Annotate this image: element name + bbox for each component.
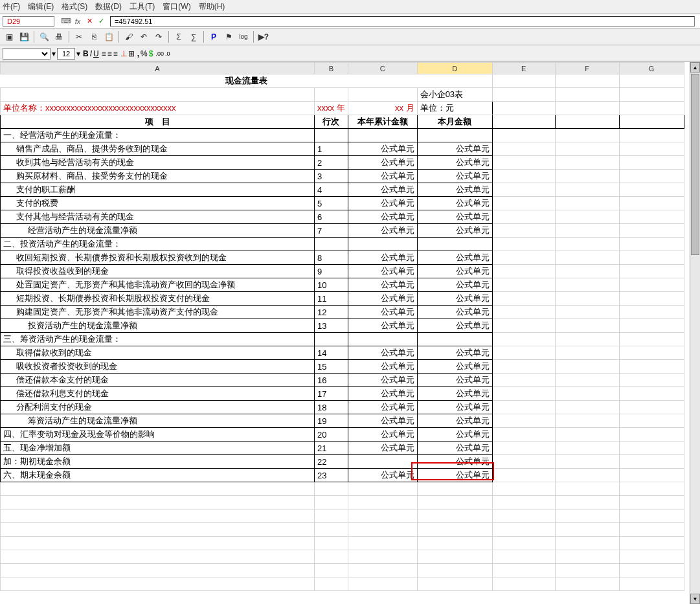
cell[interactable] (555, 577, 619, 591)
cell[interactable] (555, 346, 619, 360)
item-label[interactable]: 收回短期投资、长期债券投资和长期股权投资收到的现金 (1, 251, 315, 265)
cell[interactable] (619, 455, 684, 469)
cell[interactable] (555, 129, 619, 142)
item-label[interactable]: 取得借款收到的现金 (1, 346, 315, 360)
cell[interactable] (492, 129, 555, 142)
cell[interactable] (417, 523, 492, 537)
cell[interactable] (348, 88, 417, 102)
cell[interactable] (619, 509, 684, 523)
col-header-G[interactable]: G (619, 63, 684, 74)
cell[interactable] (555, 537, 619, 550)
month-amount[interactable]: 公式单元 (417, 469, 492, 482)
cell[interactable] (315, 550, 348, 564)
cell[interactable] (555, 210, 619, 224)
item-label[interactable]: 一、经营活动产生的现金流量： (1, 129, 315, 142)
cell[interactable] (619, 292, 684, 306)
month-amount[interactable]: 公式单元 (417, 306, 492, 319)
item-label[interactable]: 吸收投资者投资收到的现金 (1, 360, 315, 374)
cell[interactable] (555, 401, 619, 414)
preview-icon[interactable]: 🔍 (38, 30, 51, 43)
header-line[interactable]: 行次 (315, 115, 348, 129)
sum-icon[interactable]: Σ (172, 30, 185, 43)
keyboard-icon[interactable]: ⌨ (61, 16, 71, 27)
cell[interactable] (348, 509, 417, 523)
ytd-amount[interactable]: 公式单元 (348, 346, 417, 360)
cell[interactable] (492, 387, 555, 401)
cell[interactable] (555, 374, 619, 387)
cell[interactable] (417, 537, 492, 550)
cell[interactable] (492, 210, 555, 224)
header-item[interactable]: 项 目 (1, 115, 315, 129)
item-label[interactable]: 六、期末现金余额 (1, 469, 315, 482)
cell[interactable] (619, 564, 684, 577)
cell[interactable] (619, 401, 684, 414)
cell[interactable] (619, 306, 684, 319)
item-label[interactable]: 筹资活动产生的现金流量净额 (1, 414, 315, 428)
line-number[interactable]: 11 (315, 292, 348, 306)
cell[interactable] (492, 292, 555, 306)
comma-icon[interactable]: , (137, 49, 139, 58)
cell[interactable] (492, 442, 555, 455)
month-amount[interactable]: 公式单元 (417, 156, 492, 170)
month-amount[interactable] (417, 333, 492, 346)
brush-icon[interactable]: 🖌 (122, 30, 135, 43)
item-label[interactable]: 经营活动产生的现金流量净额 (1, 224, 315, 238)
cell[interactable] (348, 496, 417, 509)
cell[interactable] (619, 333, 684, 346)
cell[interactable] (555, 142, 619, 156)
toggle-icon[interactable]: ▣ (3, 30, 16, 43)
cell[interactable] (555, 115, 619, 129)
month-amount[interactable]: 公式单元 (417, 265, 492, 278)
cell[interactable] (492, 224, 555, 238)
col-header-F[interactable]: F (555, 63, 619, 74)
cell[interactable] (555, 102, 619, 115)
month-amount[interactable]: 公式单元 (417, 292, 492, 306)
percent-icon[interactable]: % (141, 49, 148, 58)
col-header-D[interactable]: D (417, 63, 492, 74)
font-dropdown-icon[interactable]: ▾ (52, 49, 56, 58)
cell[interactable] (492, 550, 555, 564)
item-label[interactable]: 支付其他与经营活动有关的现金 (1, 210, 315, 224)
cell[interactable] (555, 496, 619, 509)
item-label[interactable]: 购建固定资产、无形资产和其他非流动资产支付的现金 (1, 306, 315, 319)
line-number[interactable]: 17 (315, 387, 348, 401)
cell[interactable] (348, 564, 417, 577)
ytd-amount[interactable] (348, 238, 417, 251)
cell[interactable] (555, 360, 619, 374)
cell[interactable] (619, 224, 684, 238)
scroll-down-icon[interactable]: ▼ (690, 594, 700, 604)
line-number[interactable]: 3 (315, 170, 348, 183)
item-label[interactable]: 收到其他与经营活动有关的现金 (1, 156, 315, 170)
ytd-amount[interactable]: 公式单元 (348, 414, 417, 428)
item-label[interactable]: 偿还借款利息支付的现金 (1, 387, 315, 401)
cell[interactable] (315, 509, 348, 523)
ytd-amount[interactable]: 公式单元 (348, 210, 417, 224)
cell[interactable] (619, 210, 684, 224)
cell[interactable] (555, 564, 619, 577)
font-select[interactable] (3, 48, 51, 60)
item-label[interactable]: 支付的税费 (1, 197, 315, 210)
ytd-amount[interactable] (348, 455, 417, 469)
flag-icon[interactable]: ⚑ (222, 30, 235, 43)
cell[interactable] (1, 88, 315, 102)
line-number[interactable]: 9 (315, 265, 348, 278)
ytd-amount[interactable]: 公式单元 (348, 360, 417, 374)
ytd-amount[interactable]: 公式单元 (348, 374, 417, 387)
sum2-icon[interactable]: ∑ (187, 30, 200, 43)
item-label[interactable]: 取得投资收益收到的现金 (1, 265, 315, 278)
menu-data[interactable]: 数据(D) (95, 1, 122, 12)
cell[interactable] (555, 197, 619, 210)
cell[interactable] (619, 197, 684, 210)
cell[interactable] (555, 455, 619, 469)
currency-label[interactable]: 单位：元 (417, 102, 492, 115)
cell[interactable] (492, 251, 555, 265)
cell[interactable] (619, 129, 684, 142)
cell[interactable] (315, 564, 348, 577)
month-amount[interactable]: 公式单元 (417, 442, 492, 455)
month-amount[interactable]: 公式单元 (417, 346, 492, 360)
cell[interactable] (555, 224, 619, 238)
ytd-amount[interactable]: 公式单元 (348, 278, 417, 292)
cell[interactable] (555, 251, 619, 265)
cell[interactable] (555, 523, 619, 537)
print-icon[interactable]: 🖶 (52, 30, 65, 43)
